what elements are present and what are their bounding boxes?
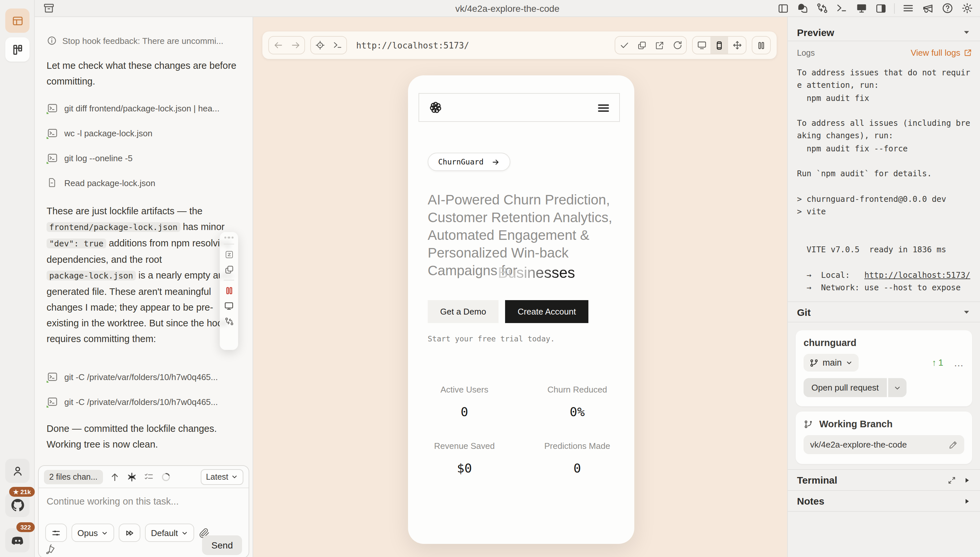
confirm-button[interactable] (615, 36, 633, 54)
stat-label: Churn Reduced (521, 384, 634, 394)
spinner-icon (160, 471, 171, 482)
menu-hamburger-icon[interactable] (596, 100, 611, 115)
version-dropdown[interactable]: Latest (201, 469, 243, 485)
forward-button[interactable] (287, 36, 304, 54)
more-actions-button[interactable]: … (954, 357, 964, 368)
open-external-button[interactable] (651, 36, 668, 54)
chat-panel: Stop hook feedback: There are uncommi...… (35, 17, 253, 557)
hamburger-icon (902, 2, 915, 15)
compose-button[interactable] (224, 250, 234, 259)
discord-count-badge: 322 (16, 522, 35, 532)
tool-call-row[interactable]: git -C /private/var/folders/10/h7w0q465.… (47, 396, 248, 407)
split-view-button[interactable] (752, 36, 770, 54)
desktop-view-button[interactable] (693, 36, 710, 54)
loading-spinner (160, 471, 171, 482)
display-button[interactable] (855, 2, 868, 15)
terminal-section-header[interactable]: Terminal (788, 469, 980, 490)
git-compare-button[interactable] (816, 2, 828, 15)
chevron-down-icon (846, 359, 853, 366)
pull-request-options-button[interactable] (888, 378, 906, 397)
terminal-box-icon (47, 127, 59, 139)
highlighter-button[interactable] (45, 543, 57, 555)
localhost-link[interactable]: http://localhost:5173/ (864, 270, 970, 280)
composer: 2 files chan... Latest Continue working … (38, 465, 249, 557)
working-branch-input[interactable]: vk/4e2a-explore-the-code (804, 435, 964, 454)
git-compare-icon (224, 316, 234, 326)
account-button[interactable] (5, 459, 29, 483)
drag-handle-icon[interactable] (224, 236, 234, 239)
terminal-icon (836, 2, 848, 15)
flower-logo-icon[interactable] (428, 99, 443, 115)
console-button[interactable] (328, 36, 346, 54)
move-resize-button[interactable] (728, 36, 746, 54)
help-button[interactable] (941, 2, 954, 15)
tool-call-row[interactable]: git diff frontend/package-lock.json | he… (47, 102, 248, 114)
copy-url-button[interactable] (633, 36, 651, 54)
send-button[interactable]: Send (203, 535, 242, 555)
sparkle-button[interactable] (126, 471, 137, 482)
message-input[interactable]: Continue working on this task... (39, 488, 248, 507)
menu-button[interactable] (902, 2, 915, 15)
monitor-icon (855, 2, 868, 15)
push-ahead-indicator[interactable]: ↑1 (932, 358, 943, 368)
preview-section-header[interactable]: Preview (788, 24, 980, 41)
workspace-layout-tab[interactable] (5, 8, 29, 33)
hero-ctas: Get a Demo Create Account (428, 300, 588, 323)
copy-icon (224, 265, 234, 275)
working-branch-title: Working Branch (819, 419, 892, 429)
locate-element-button[interactable] (311, 36, 328, 54)
stat-label: Predictions Made (521, 441, 634, 451)
tool-call-row[interactable]: git -C /private/var/folders/10/h7w0q465.… (47, 371, 248, 383)
open-pull-request-button[interactable]: Open pull request (804, 378, 887, 397)
view-full-logs-link[interactable]: View full logs (911, 48, 972, 58)
inline-code: package-lock.json (47, 270, 136, 280)
mobile-view-button[interactable] (710, 36, 728, 54)
github-button[interactable]: ★ 21k (5, 493, 29, 517)
device-group (692, 36, 746, 54)
refresh-button[interactable] (668, 36, 686, 54)
git-compare-icon (816, 2, 828, 15)
push-button[interactable] (109, 471, 120, 482)
kanban-board-tab[interactable] (5, 37, 29, 62)
toggle-left-panel-button[interactable] (777, 2, 789, 14)
notes-section-header[interactable]: Notes (788, 490, 980, 511)
branch-dropdown[interactable]: main (804, 354, 859, 371)
tool-call-row[interactable]: Read package-lock.json (47, 177, 248, 189)
tool-call-row[interactable]: git log --oneline -5 (47, 152, 248, 164)
layout-group (752, 36, 771, 54)
stat-label: Active Users (408, 384, 521, 394)
back-button[interactable] (269, 36, 287, 54)
expand-diagonal-icon[interactable] (947, 476, 956, 485)
person-icon (11, 464, 24, 477)
tool-call-row[interactable]: wc -l package-lock.json (47, 127, 248, 139)
archive-button[interactable] (42, 2, 55, 15)
chats-button[interactable] (796, 2, 809, 15)
files-changed-chip[interactable]: 2 files chan... (44, 469, 103, 484)
section-divider (788, 511, 980, 512)
terminal-tool-icon (47, 127, 59, 139)
split-columns-button[interactable] (224, 286, 234, 296)
copy-button[interactable] (224, 265, 234, 275)
url-field[interactable]: http://localhost:5173/ (356, 40, 469, 50)
hook-feedback-banner[interactable]: Stop hook feedback: There are uncommi... (47, 35, 247, 46)
announcements-button[interactable] (921, 2, 934, 15)
chevron-down-icon (962, 308, 971, 316)
git-section-header[interactable]: Git (788, 301, 980, 322)
monitor-view-button[interactable] (224, 301, 234, 311)
checklist-button[interactable] (143, 471, 154, 482)
version-dropdown-label: Latest (206, 472, 228, 481)
settings-button[interactable] (961, 2, 973, 15)
terminal-button[interactable] (836, 2, 848, 15)
external-link-icon (964, 49, 972, 57)
discord-button[interactable]: 322 (5, 528, 29, 552)
chevron-down-icon (231, 473, 238, 480)
toggle-right-panel-button[interactable] (875, 2, 887, 14)
view-full-logs-label: View full logs (911, 48, 960, 58)
logs-label: Logs (797, 48, 815, 57)
git-compare-button[interactable] (224, 316, 234, 326)
github-icon (10, 498, 24, 512)
brand-pill[interactable]: ChurnGuard (428, 153, 511, 171)
create-account-button[interactable]: Create Account (505, 300, 588, 323)
pencil-icon[interactable] (949, 440, 958, 449)
get-demo-button[interactable]: Get a Demo (428, 300, 498, 323)
